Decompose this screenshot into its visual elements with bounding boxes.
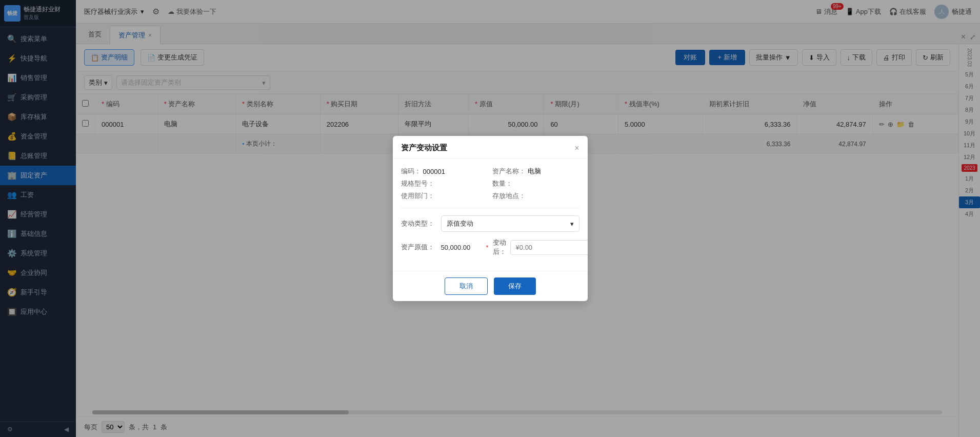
modal-dept: 使用部门： [401,191,488,201]
change-type-row: 变动类型： 原值变动 ▾ [401,215,579,232]
modal-quantity: 数量： [492,179,579,188]
modal-close-button[interactable]: × [574,144,579,153]
modal-location: 存放地点： [492,191,579,201]
original-value-row: 资产原值： 50,000.00 * 变动后： [401,238,579,256]
modal-footer: 取消 保存 [393,271,588,301]
modal-info-grid: 编码： 000001 资产名称： 电脑 规格型号： 数量： 使用部门： [401,167,579,208]
original-value-label: 资产原值： [401,243,437,252]
modal-body: 编码： 000001 资产名称： 电脑 规格型号： 数量： 使用部门： [393,158,588,271]
modal-title: 资产变动设置 [401,143,447,153]
original-value-display: 50,000.00 [441,244,482,251]
modal-overlay: 资产变动设置 × 编码： 000001 资产名称： 电脑 规格型号： 数量： [0,0,980,437]
after-value-input[interactable] [510,240,588,255]
modal-header: 资产变动设置 × [393,136,588,158]
change-type-label: 变动类型： [401,219,437,228]
save-button[interactable]: 保存 [494,277,536,295]
modal-asset-name: 资产名称： 电脑 [492,167,579,176]
modal-spec: 规格型号： [401,179,488,188]
after-label: 变动后： [493,238,506,256]
asset-change-modal: 资产变动设置 × 编码： 000001 资产名称： 电脑 规格型号： 数量： [393,136,588,301]
modal-code: 编码： 000001 [401,167,488,176]
change-type-dropdown-icon: ▾ [570,220,574,228]
change-type-select[interactable]: 原值变动 ▾ [441,215,579,232]
required-mark: * [486,244,489,251]
cancel-button[interactable]: 取消 [445,277,488,295]
